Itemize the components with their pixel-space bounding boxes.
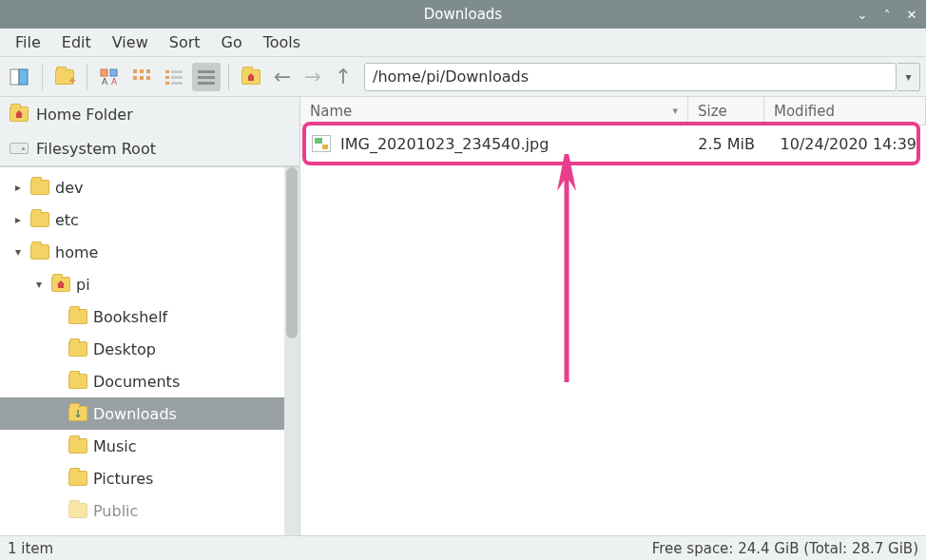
new-tab-icon (10, 68, 30, 86)
window-title: Downloads (0, 6, 926, 23)
svg-rect-19 (198, 76, 215, 79)
tree-item-music[interactable]: Music (0, 430, 284, 462)
svg-rect-12 (165, 70, 169, 73)
tree-label: Downloads (93, 405, 177, 423)
tree-item-bookshelf[interactable]: Bookshelf (0, 300, 284, 333)
icon-view-button[interactable]: AA (95, 63, 124, 91)
folder-icon (68, 374, 87, 389)
svg-rect-6 (133, 69, 137, 73)
column-size[interactable]: Size (688, 97, 764, 125)
tree-label: Desktop (93, 340, 156, 358)
toolbar: ✦ AA ← → ↑ /home/pi/Down (0, 57, 926, 97)
directory-tree[interactable]: ▸ dev ▸ etc ▾ home ▾ pi (0, 167, 284, 535)
status-free-space: Free space: 24.4 GiB (Total: 28.7 GiB) (652, 540, 918, 557)
svg-rect-9 (133, 76, 137, 80)
tree-item-dev[interactable]: ▸ dev (0, 171, 284, 203)
menu-sort[interactable]: Sort (160, 29, 210, 55)
tree-item-home[interactable]: ▾ home (0, 236, 284, 268)
collapse-icon[interactable]: ▾ (32, 278, 46, 291)
tree-item-pi[interactable]: ▾ pi (0, 268, 284, 300)
new-tab-button[interactable] (6, 63, 34, 91)
expand-icon[interactable]: ▸ (11, 213, 25, 226)
home-folder-icon (10, 106, 29, 122)
path-dropdown-button[interactable]: ▾ (897, 63, 920, 91)
tree-item-etc[interactable]: ▸ etc (0, 203, 284, 236)
menu-view[interactable]: View (103, 29, 158, 55)
menubar: File Edit View Sort Go Tools (0, 29, 926, 57)
back-button[interactable]: ← (269, 64, 296, 90)
tree-label: Pictures (93, 470, 153, 488)
folder-icon (68, 471, 87, 486)
home-button[interactable] (237, 63, 265, 91)
column-label: Size (698, 103, 727, 120)
svg-rect-7 (140, 69, 144, 73)
thumbnail-view-icon (132, 68, 151, 86)
tree-item-public[interactable]: Public (0, 494, 284, 527)
minimize-icon[interactable]: ⌄ (856, 8, 869, 22)
column-name[interactable]: Name ▾ (300, 97, 688, 125)
file-modified: 10/24/2020 14:39 (764, 135, 926, 153)
svg-text:A: A (111, 77, 118, 86)
svg-rect-0 (10, 69, 19, 85)
svg-rect-1 (19, 69, 28, 85)
icon-view-icon: AA (100, 68, 119, 86)
annotation-arrow-icon (548, 154, 586, 392)
svg-rect-11 (146, 76, 150, 80)
forward-button[interactable]: → (299, 64, 326, 90)
svg-rect-20 (198, 82, 215, 85)
window-controls: ⌄ ˄ ✕ (856, 0, 918, 29)
path-input[interactable]: /home/pi/Downloads (364, 63, 897, 91)
place-home-folder[interactable]: Home Folder (0, 97, 299, 131)
svg-rect-17 (171, 82, 183, 85)
tree-item-downloads[interactable]: ↓ Downloads (0, 397, 284, 430)
statusbar: 1 item Free space: 24.4 GiB (Total: 28.7… (0, 535, 926, 560)
tree-label: Music (93, 437, 137, 455)
downloads-folder-icon: ↓ (68, 406, 87, 421)
drive-icon (10, 143, 29, 154)
svg-rect-13 (171, 70, 183, 73)
new-folder-button[interactable]: ✦ (50, 63, 79, 91)
tree-label: Documents (93, 373, 180, 391)
compact-view-button[interactable] (160, 63, 188, 91)
compact-view-icon (164, 68, 183, 86)
status-item-count: 1 item (8, 540, 53, 557)
thumbnail-view-button[interactable] (127, 63, 156, 91)
svg-rect-8 (146, 69, 150, 73)
tree-scrollbar[interactable] (284, 167, 299, 535)
tree-label: home (55, 243, 98, 261)
svg-rect-2 (101, 69, 107, 76)
maximize-icon[interactable]: ˄ (880, 8, 894, 22)
tree-label: Public (93, 502, 138, 520)
expand-icon[interactable]: ▸ (11, 181, 25, 194)
svg-rect-3 (110, 69, 117, 76)
place-label: Filesystem Root (36, 140, 156, 158)
up-button[interactable]: ↑ (330, 64, 357, 90)
column-modified[interactable]: Modified (764, 97, 926, 125)
home-folder-icon (51, 277, 70, 292)
close-icon[interactable]: ✕ (905, 8, 918, 22)
tree-item-desktop[interactable]: Desktop (0, 333, 284, 365)
column-label: Name (310, 103, 352, 120)
folder-icon (30, 180, 49, 195)
place-filesystem-root[interactable]: Filesystem Root (0, 131, 299, 165)
svg-rect-14 (165, 76, 169, 79)
menu-tools[interactable]: Tools (254, 29, 310, 55)
detailed-list-view-button[interactable] (192, 63, 221, 91)
home-icon (241, 69, 260, 85)
svg-rect-16 (165, 82, 169, 85)
tree-item-pictures[interactable]: Pictures (0, 462, 284, 494)
places-panel: Home Folder Filesystem Root (0, 97, 299, 166)
sidebar: Home Folder Filesystem Root ▸ dev ▸ etc (0, 97, 300, 535)
column-label: Modified (774, 103, 835, 120)
tree-item-documents[interactable]: Documents (0, 365, 284, 397)
menu-edit[interactable]: Edit (52, 29, 101, 55)
scrollbar-thumb[interactable] (286, 167, 298, 338)
file-list-body[interactable]: IMG_20201023_234540.jpg 2.5 MiB 10/24/20… (300, 126, 926, 535)
nav-group: ← → ↑ (269, 64, 357, 90)
collapse-icon[interactable]: ▾ (11, 245, 25, 259)
svg-rect-18 (198, 70, 215, 73)
file-row[interactable]: IMG_20201023_234540.jpg 2.5 MiB 10/24/20… (300, 126, 926, 158)
menu-file[interactable]: File (6, 29, 50, 55)
tree-panel: ▸ dev ▸ etc ▾ home ▾ pi (0, 166, 299, 535)
menu-go[interactable]: Go (212, 29, 252, 55)
